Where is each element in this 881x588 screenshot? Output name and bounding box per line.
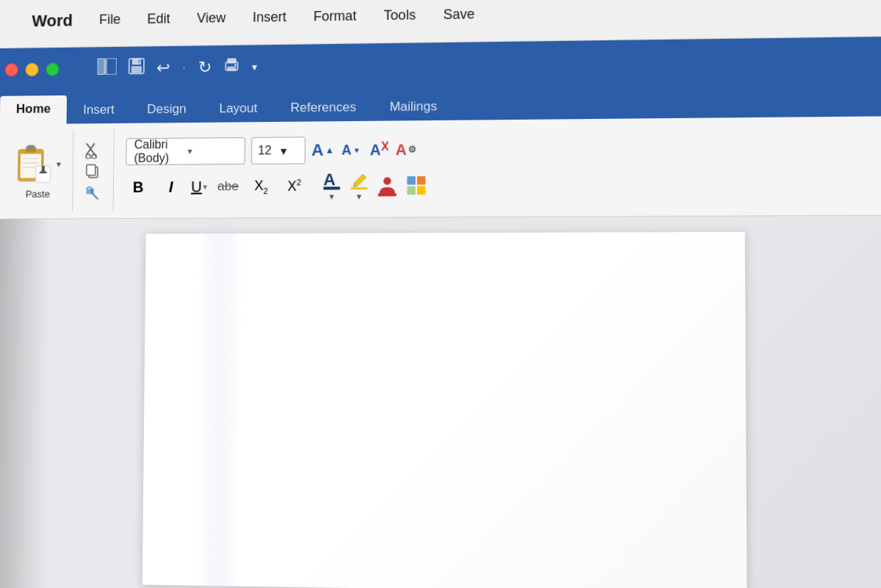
tab-mailings[interactable]: Mailings (373, 92, 454, 120)
traffic-lights (5, 62, 59, 76)
svg-rect-34 (351, 187, 368, 189)
svg-rect-36 (378, 193, 396, 196)
highlight-color-button[interactable]: ▾ (349, 170, 369, 202)
svg-rect-27 (91, 189, 94, 194)
font-section: Calibri (Body) ▾ 12 ▾ A▲ A▼ A (114, 126, 440, 212)
font-size-select[interactable]: 12 ▾ (251, 137, 305, 164)
svg-rect-0 (97, 58, 104, 75)
shrink-font-button[interactable]: A▼ (341, 142, 360, 158)
svg-rect-8 (228, 66, 236, 70)
svg-rect-19 (42, 165, 45, 173)
svg-rect-39 (407, 186, 416, 195)
close-button[interactable] (5, 63, 18, 76)
redo-icon[interactable]: ↻ (198, 58, 212, 78)
menu-tools[interactable]: Tools (377, 4, 421, 27)
app-name[interactable]: Word (26, 7, 79, 33)
tab-design[interactable]: Design (131, 95, 203, 123)
clipboard-section: ▾ Paste (3, 130, 73, 213)
char-shading-button[interactable] (377, 175, 398, 196)
underline-button[interactable]: U ▾ (191, 178, 208, 195)
svg-line-28 (93, 194, 98, 199)
menu-insert[interactable]: Insert (247, 6, 293, 29)
grow-font-button[interactable]: A▲ (311, 140, 334, 160)
svg-rect-33 (324, 186, 341, 189)
toolbar-dropdown-icon[interactable]: ▾ (252, 61, 257, 73)
ribbon: ↩ · ↻ ▾ Home (0, 37, 881, 125)
svg-rect-37 (407, 176, 416, 185)
document-page[interactable] (142, 232, 747, 588)
edit-tools-section (73, 129, 115, 212)
superscript-button[interactable]: X2 (281, 173, 307, 199)
svg-rect-40 (417, 186, 426, 195)
format-painter-button[interactable] (84, 183, 101, 200)
paste-label: Paste (26, 188, 50, 200)
bold-button[interactable]: B (126, 174, 151, 200)
svg-rect-4 (131, 66, 142, 73)
font-family-row: Calibri (Body) ▾ 12 ▾ A▲ A▼ A (126, 136, 427, 165)
menu-edit[interactable]: Edit (141, 8, 176, 30)
menu-view[interactable]: View (191, 7, 232, 29)
svg-text:A: A (369, 141, 380, 158)
svg-rect-5 (138, 59, 140, 63)
copy-button[interactable] (85, 163, 101, 178)
tab-layout[interactable]: Layout (203, 95, 274, 123)
undo-icon[interactable]: ↩ (156, 58, 170, 78)
svg-rect-1 (106, 58, 117, 75)
svg-rect-7 (228, 58, 236, 63)
color-section: A ▾ ▾ (314, 170, 427, 203)
paste-dropdown-arrow[interactable]: ▾ (57, 159, 61, 169)
quick-access-toolbar: ↩ · ↻ ▾ (97, 57, 257, 79)
sidebar-toggle-icon[interactable] (97, 58, 116, 79)
more-colors-button[interactable] (406, 175, 427, 196)
print-icon[interactable] (223, 57, 240, 78)
save-icon[interactable] (128, 58, 145, 79)
menu-save[interactable]: Save (437, 3, 480, 26)
tab-references[interactable]: References (274, 93, 373, 122)
left-shadow (0, 219, 50, 588)
theme-fonts-icon[interactable]: A⚙ (396, 141, 417, 159)
ribbon-content: ▾ Paste (0, 116, 881, 219)
svg-text:A: A (324, 170, 336, 189)
toolbar-separator: · (181, 58, 186, 78)
minimize-button[interactable] (25, 63, 38, 76)
font-size-controls: A▲ A▼ A A⚙ (311, 139, 416, 160)
tab-home[interactable]: Home (0, 95, 67, 125)
size-dropdown-arrow: ▾ (280, 143, 299, 158)
format-row: B I U ▾ abe X2 X2 (126, 170, 427, 203)
paste-button[interactable]: ▾ (15, 143, 62, 186)
svg-point-9 (234, 64, 236, 66)
strikethrough-button[interactable]: abe (215, 173, 241, 199)
clear-formatting-button[interactable]: A (368, 140, 388, 160)
cut-button[interactable] (85, 142, 101, 159)
svg-rect-25 (87, 164, 95, 175)
document-area[interactable] (0, 216, 881, 588)
menu-format[interactable]: Format (308, 5, 363, 28)
font-color-button[interactable]: A ▾ (322, 170, 342, 202)
svg-rect-38 (417, 176, 425, 185)
svg-point-22 (86, 154, 90, 159)
font-family-select[interactable]: Calibri (Body) ▾ (126, 137, 245, 165)
tab-insert[interactable]: Insert (67, 96, 131, 124)
maximize-button[interactable] (46, 62, 59, 76)
menu-file[interactable]: File (93, 9, 127, 31)
paste-group: ▾ Paste (15, 143, 61, 200)
svg-rect-12 (27, 145, 35, 149)
italic-button[interactable]: I (158, 174, 184, 200)
svg-point-35 (384, 177, 391, 184)
subscript-button[interactable]: X2 (248, 173, 274, 199)
font-dropdown-arrow: ▾ (188, 145, 237, 156)
